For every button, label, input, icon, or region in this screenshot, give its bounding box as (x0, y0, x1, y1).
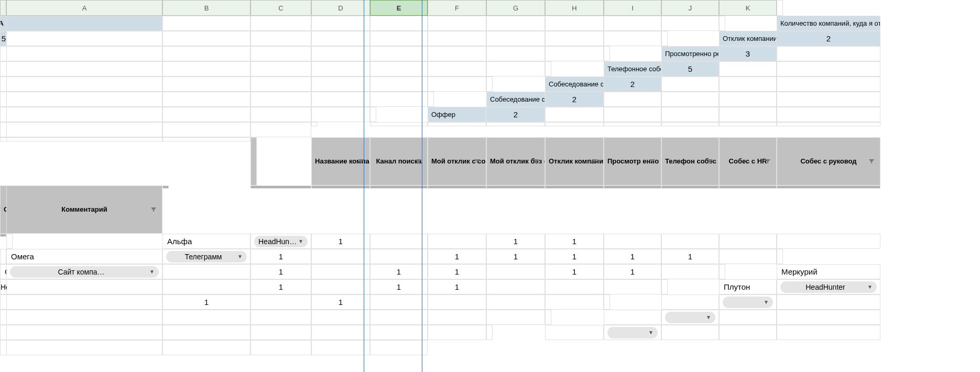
data-cell[interactable] (370, 340, 428, 355)
stat-value[interactable]: 2 (545, 92, 604, 107)
column-header-C[interactable]: C (251, 0, 311, 16)
row-header[interactable] (719, 16, 725, 31)
data-cell[interactable] (428, 294, 486, 310)
row-header[interactable] (777, 0, 783, 16)
empty-cell[interactable] (6, 61, 162, 76)
empty-cell[interactable] (370, 16, 428, 31)
data-cell[interactable] (545, 294, 604, 310)
empty-cell[interactable] (428, 46, 486, 61)
empty-cell[interactable] (162, 16, 251, 31)
empty-cell[interactable] (661, 107, 719, 122)
data-cell[interactable] (486, 264, 545, 279)
empty-cell[interactable] (661, 122, 719, 126)
row-header[interactable] (251, 137, 257, 185)
row-header[interactable] (604, 294, 610, 310)
data-cell[interactable] (311, 340, 370, 355)
empty-cell[interactable] (545, 46, 604, 61)
data-cell[interactable] (777, 234, 880, 249)
empty-cell[interactable] (428, 31, 486, 46)
data-cell[interactable]: 1 (370, 264, 428, 279)
data-cell[interactable]: 1 (370, 279, 428, 294)
empty-cell[interactable] (251, 16, 311, 31)
empty-cell[interactable] (162, 61, 251, 76)
empty-cell[interactable] (604, 122, 661, 126)
empty-cell[interactable] (370, 122, 428, 126)
data-cell[interactable]: 1 (545, 249, 604, 264)
row-header[interactable] (311, 122, 318, 126)
company-cell[interactable]: Омега (6, 249, 162, 264)
data-cell[interactable] (370, 294, 428, 310)
table-header-cell[interactable]: Собес с руковод (777, 137, 880, 185)
empty-cell[interactable] (311, 92, 370, 107)
data-cell[interactable] (604, 234, 661, 249)
empty-cell[interactable] (162, 92, 251, 107)
table-header-cell[interactable]: Мой отклик без сопровод письма (486, 137, 545, 185)
channel-cell[interactable]: ▼ (661, 310, 719, 325)
channel-cell[interactable]: Телеграмм▼ (162, 249, 251, 264)
data-cell[interactable]: 1 (604, 264, 661, 279)
empty-cell[interactable] (604, 92, 661, 107)
empty-cell[interactable] (604, 16, 661, 31)
data-cell[interactable]: 1 (604, 249, 661, 264)
data-cell[interactable]: 1 (428, 249, 486, 264)
empty-cell[interactable] (162, 76, 251, 92)
channel-dropdown[interactable]: ▼ (665, 312, 715, 323)
data-cell[interactable] (661, 325, 719, 340)
data-cell[interactable] (604, 279, 661, 294)
table-header-cell[interactable]: Просмотр енно резюме (604, 137, 661, 185)
empty-cell[interactable] (719, 92, 777, 107)
empty-cell[interactable] (311, 76, 370, 92)
empty-cell[interactable] (545, 122, 604, 126)
channel-dropdown[interactable]: ▼ (607, 327, 658, 338)
data-cell[interactable] (777, 310, 880, 325)
empty-cell[interactable] (661, 76, 719, 92)
row-header[interactable] (661, 31, 668, 46)
empty-cell[interactable] (719, 107, 777, 122)
data-cell[interactable] (251, 340, 311, 355)
data-cell[interactable]: 1 (162, 294, 251, 310)
stat-value[interactable]: 5 (661, 61, 719, 76)
channel-dropdown[interactable]: HeadHunter▼ (254, 236, 308, 247)
empty-cell[interactable] (251, 92, 311, 107)
empty-cell[interactable] (604, 107, 661, 122)
column-header-J[interactable]: J (661, 0, 719, 16)
empty-cell[interactable] (777, 122, 880, 126)
company-cell[interactable]: Меркурий (777, 264, 880, 279)
channel-cell[interactable]: Сайт компа…▼ (6, 264, 162, 279)
data-cell[interactable] (777, 294, 880, 310)
data-cell[interactable] (661, 234, 719, 249)
empty-cell[interactable] (6, 46, 162, 61)
filter-icon[interactable] (149, 205, 158, 214)
empty-cell[interactable] (486, 122, 545, 126)
company-cell[interactable]: Альфа (162, 234, 251, 249)
empty-cell[interactable] (162, 122, 251, 137)
empty-cell[interactable] (719, 61, 777, 76)
empty-cell[interactable] (162, 31, 251, 46)
data-cell[interactable] (162, 264, 251, 279)
filter-icon[interactable] (591, 157, 599, 166)
data-cell[interactable] (486, 279, 545, 294)
table-header-cell[interactable]: Комментарий (6, 185, 162, 234)
empty-cell[interactable] (251, 61, 311, 76)
empty-cell[interactable] (311, 46, 370, 61)
data-cell[interactable] (428, 325, 486, 340)
filter-icon[interactable] (764, 157, 772, 166)
empty-cell[interactable] (251, 107, 311, 122)
filter-icon[interactable] (648, 157, 657, 166)
empty-cell[interactable] (777, 92, 880, 107)
column-header-D[interactable]: D (311, 0, 370, 16)
select-all-corner[interactable] (0, 0, 6, 16)
empty-cell[interactable] (162, 137, 251, 141)
empty-cell[interactable] (311, 31, 370, 46)
empty-cell[interactable] (251, 76, 311, 92)
data-cell[interactable] (6, 340, 162, 355)
stat-label[interactable]: Собеседование с руководителем (486, 92, 545, 107)
data-cell[interactable]: 1 (428, 279, 486, 294)
data-cell[interactable] (486, 294, 545, 310)
empty-cell[interactable] (777, 76, 880, 92)
data-cell[interactable] (6, 310, 162, 325)
company-cell[interactable]: Плутон (719, 279, 777, 294)
data-cell[interactable] (6, 325, 162, 340)
data-cell[interactable] (370, 249, 428, 264)
table-header-cell[interactable]: Мой отклик с сопровод письмом (428, 137, 486, 185)
